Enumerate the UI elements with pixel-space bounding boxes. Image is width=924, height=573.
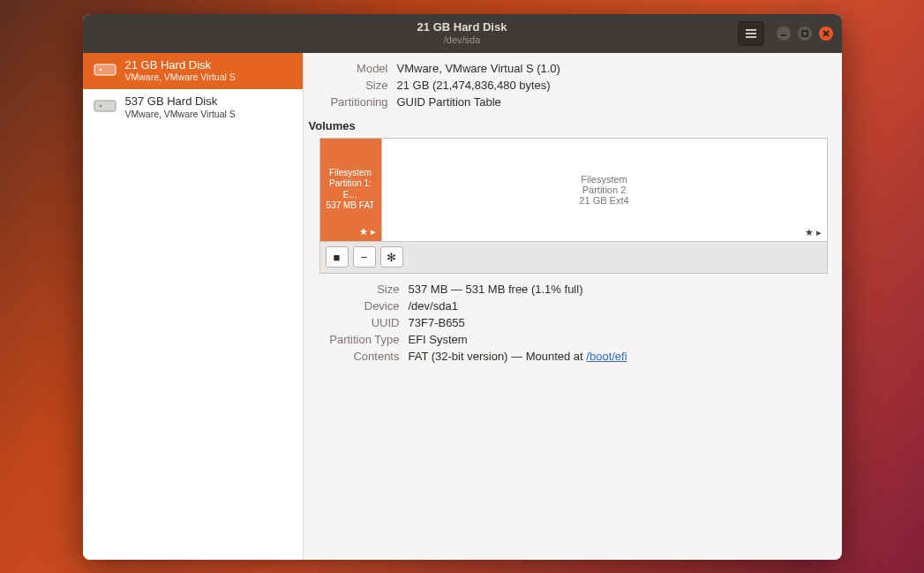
svg-point-10 (99, 105, 101, 108)
volume-toolbar: ■ − ✻ (319, 242, 828, 274)
disk-icon (94, 97, 116, 115)
part-line: Partition 2 (582, 185, 627, 195)
main-panel: ModelVMware, VMware Virtual S (1.0) Size… (304, 53, 842, 560)
close-button[interactable] (819, 26, 833, 41)
sidebar-item-label: 537 GB Hard Disk (125, 95, 236, 109)
mount-point-link[interactable]: /boot/efi (586, 350, 627, 363)
detail-size-value: 537 MB — 531 MB free (1.1% full) (409, 283, 583, 296)
svg-rect-9 (94, 101, 116, 111)
svg-point-8 (99, 68, 101, 71)
partition-2[interactable]: Filesystem Partition 2 21 GB Ext4 ★ ▸ (382, 139, 827, 241)
detail-ptype-value: EFI System (409, 333, 468, 346)
part-line: 21 GB Ext4 (579, 195, 628, 206)
size-label: Size (307, 79, 397, 92)
partition-details: Size537 MB — 531 MB free (1.1% full) Dev… (307, 283, 828, 363)
size-value: 21 GB (21,474,836,480 bytes) (397, 79, 551, 92)
detail-size-label: Size (307, 283, 409, 296)
sidebar-item-label: 21 GB Hard Disk (125, 59, 236, 72)
unmount-button[interactable]: ■ (326, 246, 349, 268)
part-indicator-icon: ★ ▸ (805, 227, 822, 238)
gear-icon: ✻ (387, 251, 396, 264)
minus-icon: − (361, 251, 368, 264)
menu-button[interactable] (738, 21, 764, 46)
titlebar: 21 GB Hard Disk /dev/sda (83, 14, 842, 53)
detail-contents-label: Contents (307, 350, 409, 363)
sidebar-item-sub: VMware, VMware Virtual S (125, 109, 236, 120)
maximize-icon (801, 30, 808, 37)
close-icon (823, 30, 830, 37)
detail-ptype-label: Partition Type (307, 333, 409, 346)
contents-prefix: FAT (32-bit version) — Mounted at (409, 350, 587, 363)
sidebar: 21 GB Hard Disk VMware, VMware Virtual S… (83, 53, 304, 560)
sidebar-item-sub: VMware, VMware Virtual S (125, 72, 236, 83)
partition-1[interactable]: Filesystem Partition 1: E… 537 MB FAT ★ … (320, 139, 382, 241)
volume-map: Filesystem Partition 1: E… 537 MB FAT ★ … (319, 138, 828, 242)
stop-icon: ■ (334, 251, 341, 264)
detail-uuid-value: 73F7-B655 (409, 316, 465, 329)
svg-rect-7 (94, 64, 116, 75)
minimize-button[interactable] (777, 26, 791, 41)
partitioning-value: GUID Partition Table (397, 95, 501, 109)
disk-icon (94, 61, 116, 79)
maximize-button[interactable] (798, 26, 812, 41)
part-line: Filesystem (581, 174, 627, 185)
hamburger-icon (745, 28, 757, 39)
delete-partition-button[interactable]: − (353, 246, 376, 268)
detail-contents-value: FAT (32-bit version) — Mounted at /boot/… (409, 350, 627, 363)
partition-options-button[interactable]: ✻ (380, 246, 403, 268)
volumes-heading: Volumes (309, 119, 828, 132)
model-value: VMware, VMware Virtual S (1.0) (397, 62, 560, 75)
partitioning-label: Partitioning (307, 95, 397, 109)
part-line: Filesystem (329, 168, 372, 179)
svg-rect-4 (802, 31, 808, 36)
app-window: 21 GB Hard Disk /dev/sda 21 GB Hard Disk… (83, 14, 842, 560)
detail-uuid-label: UUID (307, 316, 409, 329)
part-line: 537 MB FAT (327, 200, 375, 212)
part-line: Partition 1: E… (324, 178, 378, 200)
detail-device-label: Device (307, 299, 409, 313)
sidebar-item-disk-1[interactable]: 537 GB Hard Disk VMware, VMware Virtual … (83, 89, 303, 126)
model-label: Model (307, 62, 397, 75)
minimize-icon (780, 30, 787, 37)
detail-device-value: /dev/sda1 (409, 299, 458, 313)
window-subtitle: /dev/sda (83, 34, 842, 45)
window-title: 21 GB Hard Disk (83, 21, 842, 34)
part-indicator-icon: ★ ▸ (359, 226, 376, 238)
sidebar-item-disk-0[interactable]: 21 GB Hard Disk VMware, VMware Virtual S (83, 53, 303, 90)
